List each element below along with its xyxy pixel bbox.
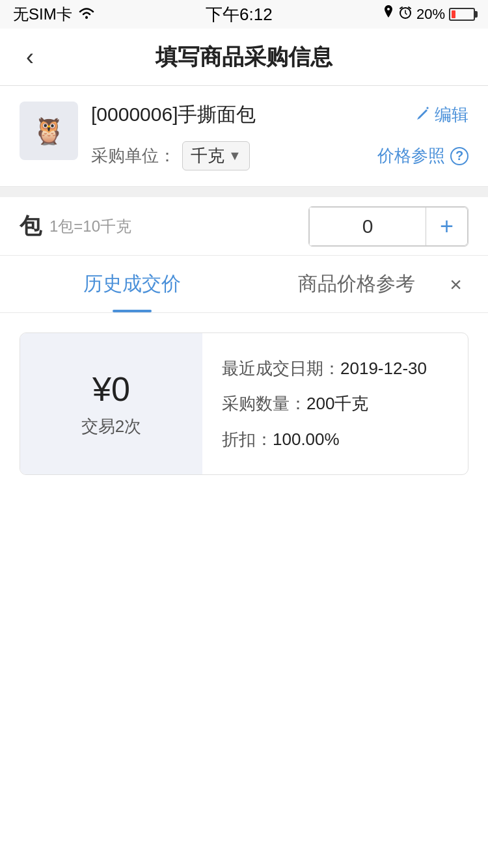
product-name: [0000006]手撕面包: [91, 102, 256, 128]
page-title: 填写商品采购信息: [156, 42, 332, 72]
alarm-icon: [398, 5, 413, 23]
quantity-row: 包 1包=10千克 +: [0, 197, 488, 256]
tab-product-price-ref-label: 商品价格参考: [298, 271, 415, 297]
battery-percent: 20%: [416, 6, 445, 23]
tab-history-price[interactable]: 历史成交价: [20, 256, 244, 312]
page-rest: [0, 495, 488, 868]
status-left: 无SIM卡: [13, 4, 96, 25]
edit-button[interactable]: 编辑: [416, 103, 468, 126]
quantity-label: 包 1包=10千克: [20, 211, 131, 241]
product-id: [0000006]: [91, 103, 178, 125]
unit-select-dropdown[interactable]: 千克 ▼: [182, 141, 250, 170]
sim-text: 无SIM卡: [13, 4, 72, 25]
quantity-row-detail: 采购数量：200千克: [222, 392, 448, 415]
edit-label: 编辑: [435, 103, 468, 126]
discount-label: 折扣：: [222, 429, 273, 449]
battery-icon: [449, 8, 475, 21]
quantity-detail-label: 采购数量：: [222, 394, 306, 413]
product-logo-icon: 🦉: [33, 116, 65, 146]
location-icon: [383, 5, 394, 23]
quantity-unit-big: 包: [20, 211, 42, 241]
panel-close-button[interactable]: ×: [443, 265, 468, 303]
price-ref-button[interactable]: 价格参照 ?: [377, 144, 468, 167]
history-price-section: ¥0 交易2次: [20, 333, 202, 474]
price-ref-label: 价格参照: [377, 144, 445, 167]
quantity-detail-value: 200千克: [306, 394, 368, 413]
quantity-input[interactable]: [309, 207, 426, 246]
product-card: 🦉 [0000006]手撕面包 编辑 采购单位：: [0, 86, 488, 187]
history-content: ¥0 交易2次 最近成交日期：2019-12-30 采购数量：200千克 折扣：…: [0, 313, 488, 495]
discount-value: 100.00%: [273, 429, 340, 449]
tab-product-price-ref[interactable]: 商品价格参考: [244, 256, 468, 312]
history-price-value: ¥0: [92, 370, 130, 409]
tab-history-price-label: 历史成交价: [83, 271, 181, 297]
recent-date-row: 最近成交日期：2019-12-30: [222, 357, 448, 380]
nav-bar: ‹ 填写商品采购信息: [0, 29, 488, 86]
quantity-unit-small: 1包=10千克: [49, 216, 131, 237]
product-unit-row: 采购单位： 千克 ▼ 价格参照 ?: [91, 141, 468, 170]
currency-symbol: ¥: [92, 370, 111, 408]
status-bar: 无SIM卡 下午6:12 20%: [0, 0, 488, 29]
quantity-input-wrapper: +: [308, 206, 468, 247]
status-right: 20%: [383, 5, 475, 23]
wifi-icon: [77, 5, 96, 23]
history-detail-section: 最近成交日期：2019-12-30 采购数量：200千克 折扣：100.00%: [202, 333, 468, 474]
unit-label: 采购单位： 千克 ▼: [91, 141, 250, 170]
product-image: 🦉: [20, 102, 78, 160]
unit-value: 千克: [191, 144, 224, 167]
status-time: 下午6:12: [206, 3, 273, 26]
product-info: [0000006]手撕面包 编辑 采购单位： 千克 ▼: [91, 102, 468, 170]
product-title: 手撕面包: [178, 103, 256, 125]
price-number: 0: [111, 370, 130, 408]
section-divider: [0, 187, 488, 197]
product-header: 🦉 [0000006]手撕面包 编辑 采购单位：: [20, 102, 468, 170]
product-title-row: [0000006]手撕面包 编辑: [91, 102, 468, 128]
recent-date-value: 2019-12-30: [340, 359, 427, 378]
unit-label-text: 采购单位：: [91, 144, 176, 167]
dropdown-arrow-icon: ▼: [228, 148, 241, 163]
history-card: ¥0 交易2次 最近成交日期：2019-12-30 采购数量：200千克 折扣：…: [20, 332, 468, 475]
history-trade-count: 交易2次: [81, 415, 141, 438]
discount-row: 折扣：100.00%: [222, 427, 448, 451]
recent-date-label: 最近成交日期：: [222, 359, 340, 378]
panel-tabs: 历史成交价 商品价格参考 ×: [0, 256, 488, 313]
help-icon: ?: [450, 147, 468, 165]
price-panel: 历史成交价 商品价格参考 × ¥0 交易2次 最近成交日期：2019-12-30…: [0, 256, 488, 495]
back-button[interactable]: ‹: [20, 37, 40, 77]
quantity-plus-button[interactable]: +: [426, 207, 468, 246]
svg-point-0: [85, 16, 88, 19]
edit-icon: [416, 106, 431, 124]
